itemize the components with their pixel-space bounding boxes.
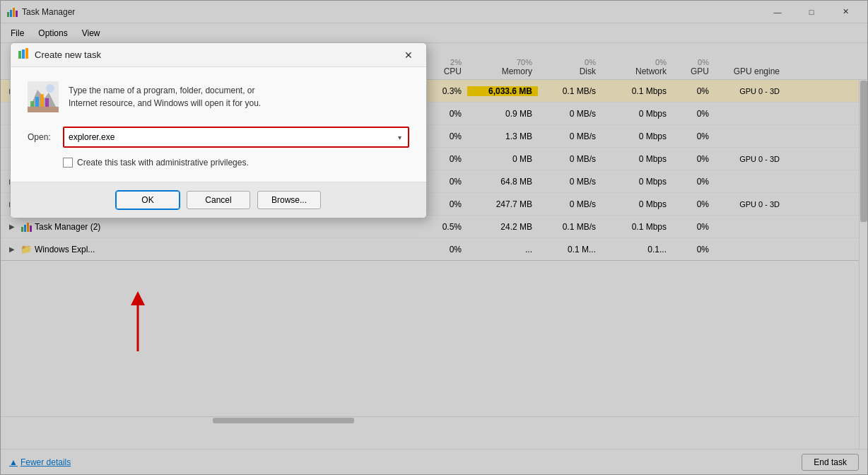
open-label: Open: (28, 132, 56, 142)
dialog-footer: OK Cancel Browse... (11, 182, 426, 218)
dialog-body: Type the name of a program, folder, docu… (11, 67, 426, 168)
svg-rect-18 (45, 98, 49, 107)
dialog-info-row: Type the name of a program, folder, docu… (28, 81, 409, 112)
ok-button[interactable]: OK (116, 191, 180, 209)
open-input[interactable] (64, 129, 391, 145)
dialog-title-icon (18, 47, 30, 62)
open-dropdown-button[interactable]: ▾ (391, 128, 408, 146)
dialog-info-icon (28, 81, 59, 112)
svg-rect-16 (35, 97, 39, 107)
admin-privileges-checkbox[interactable] (63, 158, 73, 168)
svg-point-13 (46, 84, 54, 93)
open-input-wrapper: ▾ (63, 127, 409, 148)
dialog-info-text: Type the name of a program, folder, docu… (69, 81, 261, 110)
run-icon (28, 81, 59, 112)
task-icon (18, 47, 30, 60)
dialog-close-button[interactable]: ✕ (398, 46, 419, 64)
create-task-dialog: Create new task ✕ (10, 42, 427, 218)
dialog-title-text: Create new task (35, 49, 101, 60)
svg-rect-14 (28, 107, 59, 112)
cancel-button[interactable]: Cancel (187, 191, 250, 209)
svg-rect-15 (30, 101, 34, 107)
svg-rect-8 (18, 51, 21, 59)
browse-button[interactable]: Browse... (257, 191, 321, 209)
svg-rect-9 (22, 49, 25, 59)
admin-privileges-label: Create this task with administrative pri… (77, 158, 249, 168)
svg-rect-17 (40, 94, 44, 107)
dialog-checkbox-row: Create this task with administrative pri… (63, 158, 409, 168)
dialog-titlebar: Create new task ✕ (11, 43, 426, 67)
svg-rect-10 (25, 48, 28, 59)
dialog-open-row: Open: ▾ (28, 127, 409, 148)
